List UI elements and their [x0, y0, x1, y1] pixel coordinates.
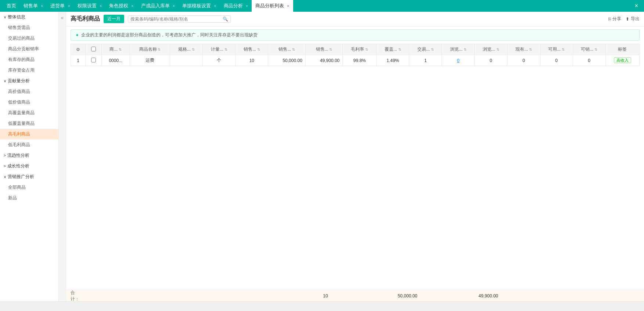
- cell-checkbox[interactable]: [86, 55, 101, 66]
- sidebar-item-全部商品[interactable]: 全部商品: [0, 182, 58, 193]
- row-checkbox[interactable]: [91, 58, 96, 62]
- sort-icon-code[interactable]: ⇅: [118, 47, 122, 51]
- col-header-sellable[interactable]: 可销... ⇅: [573, 44, 605, 55]
- sort-icon-view2[interactable]: ⇅: [495, 47, 499, 51]
- sort-icon-sales_profit[interactable]: ⇅: [328, 47, 332, 51]
- nav-item-权限设置[interactable]: 权限设置×: [74, 0, 105, 12]
- sidebar-item-低覆盖量商品[interactable]: 低覆盖量商品: [0, 118, 58, 129]
- sort-icon-name[interactable]: ⇅: [157, 47, 161, 51]
- nav-close-btn[interactable]: ×: [41, 0, 43, 12]
- cell-tag: 高收入: [605, 55, 639, 66]
- col-header-trade[interactable]: 交易... ⇅: [409, 44, 442, 55]
- chevron-icon: ∨: [4, 175, 6, 179]
- col-header-unit[interactable]: 计量... ⇅: [203, 44, 235, 55]
- footer-values: 10 50,000.00 49,900.00 1 0 0: [94, 293, 644, 299]
- search-box: 🔍: [128, 15, 231, 23]
- nav-close-btn[interactable]: ×: [131, 0, 133, 12]
- nav-close-btn[interactable]: ×: [287, 0, 289, 12]
- col-header-sales_amount[interactable]: 销售... ⇅: [268, 44, 305, 55]
- nav-item-商品分析[interactable]: 商品分析×: [220, 0, 252, 12]
- sort-icon-sales_qty[interactable]: ⇅: [256, 47, 260, 51]
- sidebar: ∨整体信息销售货需品交易过的商品商品分贡献销率有库存的商品库存资金占用∨贡献量分…: [0, 12, 59, 301]
- nav-close-btn[interactable]: ×: [214, 0, 216, 12]
- nav-item-进货单[interactable]: 进货单×: [47, 0, 73, 12]
- col-header-current_stock[interactable]: 现有... ⇅: [507, 44, 540, 55]
- sidebar-item-高覆盖量商品[interactable]: 高覆盖量商品: [0, 108, 58, 118]
- col-header-settings[interactable]: ⚙: [71, 44, 86, 55]
- col-header-name[interactable]: 商品名称 ⇅: [130, 44, 170, 55]
- chevron-icon: >: [4, 153, 6, 158]
- window-close-btn[interactable]: ×: [632, 3, 641, 9]
- footer-sales-qty: 10: [314, 293, 337, 299]
- sidebar-group-营销推广分析[interactable]: ∨营销推广分析: [0, 171, 58, 182]
- cell-coverage: 1.49%: [377, 55, 409, 66]
- search-input[interactable]: [130, 17, 221, 22]
- sidebar-item-库存资金占用[interactable]: 库存资金占用: [0, 65, 58, 76]
- col-header-checkbox[interactable]: [86, 44, 101, 55]
- group-label: 贡献量分析: [8, 78, 30, 84]
- share-btn[interactable]: ⎘ 分享: [608, 16, 621, 22]
- nav-close-btn[interactable]: ×: [68, 0, 70, 12]
- sidebar-group-成长性分析[interactable]: >成长性分析: [0, 161, 58, 171]
- sort-icon-spec[interactable]: ⇅: [191, 47, 195, 51]
- nav-item-角色授权[interactable]: 角色授权×: [105, 0, 137, 12]
- sidebar-item-商品分贡献销率[interactable]: 商品分贡献销率: [0, 44, 58, 54]
- sort-icon-sales_amount[interactable]: ⇅: [291, 47, 295, 51]
- nav-item-首页[interactable]: 首页: [3, 0, 20, 12]
- nav-close-btn[interactable]: ×: [246, 0, 248, 12]
- export-btn[interactable]: ⬆ 导出: [626, 16, 640, 22]
- col-header-view2[interactable]: 浏览... ⇅: [475, 44, 507, 55]
- sort-icon-available_stock[interactable]: ⇅: [561, 47, 565, 51]
- group-label: 整体信息: [8, 14, 25, 20]
- filter-month-btn[interactable]: 近一月: [104, 15, 124, 23]
- sidebar-item-交易过的商品[interactable]: 交易过的商品: [0, 33, 58, 44]
- select-all-checkbox[interactable]: [91, 47, 96, 51]
- search-icon[interactable]: 🔍: [223, 17, 228, 22]
- sidebar-item-高价值商品[interactable]: 高价值商品: [0, 86, 58, 97]
- col-header-code[interactable]: 商... ⇅: [101, 44, 130, 55]
- sort-icon-current_stock[interactable]: ⇅: [528, 47, 532, 51]
- sort-icon-unit[interactable]: ⇅: [223, 47, 227, 51]
- sidebar-group-流趋性分析[interactable]: >流趋性分析: [0, 150, 58, 161]
- col-header-sales_qty[interactable]: 销售... ⇅: [235, 44, 268, 55]
- sidebar-item-有库存的商品[interactable]: 有库存的商品: [0, 54, 58, 65]
- col-header-view1[interactable]: 浏览... ⇅: [442, 44, 475, 55]
- col-header-sales_profit[interactable]: 销售... ⇅: [305, 44, 342, 55]
- sort-icon-sellable[interactable]: ⇅: [593, 47, 597, 51]
- cell-sellable: 0: [573, 55, 605, 66]
- sort-icon-trade[interactable]: ⇅: [430, 47, 434, 51]
- sidebar-item-销售货需品[interactable]: 销售货需品: [0, 22, 58, 33]
- sidebar-item-低毛利商品[interactable]: 低毛利商品: [0, 140, 58, 150]
- col-header-available_stock[interactable]: 可用... ⇅: [540, 44, 573, 55]
- sort-icon-gross_rate[interactable]: ⇅: [364, 47, 368, 51]
- sidebar-item-新品[interactable]: 新品: [0, 193, 58, 203]
- footer-spacer3: [623, 293, 644, 299]
- nav-close-btn[interactable]: ×: [100, 0, 102, 12]
- nav-item-商品分析列表[interactable]: 商品分析列表×: [252, 0, 293, 12]
- col-header-coverage[interactable]: 覆盖... ⇅: [377, 44, 409, 55]
- nav-item-单据模板设置[interactable]: 单据模板设置×: [179, 0, 220, 12]
- cell-link[interactable]: 0: [457, 58, 460, 63]
- nav-item-产成品入库单[interactable]: 产成品入库单×: [137, 0, 179, 12]
- sidebar-group-贡献量分析[interactable]: ∨贡献量分析: [0, 76, 58, 86]
- nav-item-销售单[interactable]: 销售单×: [20, 0, 47, 12]
- cell-gross_rate: 99.8%: [343, 55, 377, 66]
- cell-name: 运费: [130, 55, 170, 66]
- cell-spec: [170, 55, 203, 66]
- sidebar-collapse-btn[interactable]: «: [59, 12, 66, 301]
- sidebar-item-高毛利商品[interactable]: 高毛利商品: [0, 129, 58, 140]
- footer-sales-profit: 49,900.00: [461, 293, 498, 299]
- sidebar-group-整体信息[interactable]: ∨整体信息: [0, 12, 58, 22]
- cell-view2: 0: [475, 55, 507, 66]
- col-header-tag[interactable]: 标签: [605, 44, 639, 55]
- sort-icon-coverage[interactable]: ⇅: [397, 47, 401, 51]
- nav-close-btn[interactable]: ×: [173, 0, 175, 12]
- header-actions: ⎘ 分享 ⬆ 导出: [608, 16, 640, 22]
- chevron-icon: >: [4, 164, 6, 168]
- sort-icon-view1[interactable]: ⇅: [463, 47, 467, 51]
- col-header-gross_rate[interactable]: 毛利率 ⇅: [343, 44, 377, 55]
- table-footer: 合计： 10 50,000.00 49,900.00 1 0 0: [66, 290, 644, 301]
- group-label: 成长性分析: [7, 163, 29, 169]
- col-header-spec[interactable]: 规格... ⇅: [170, 44, 203, 55]
- sidebar-item-低价值商品[interactable]: 低价值商品: [0, 97, 58, 108]
